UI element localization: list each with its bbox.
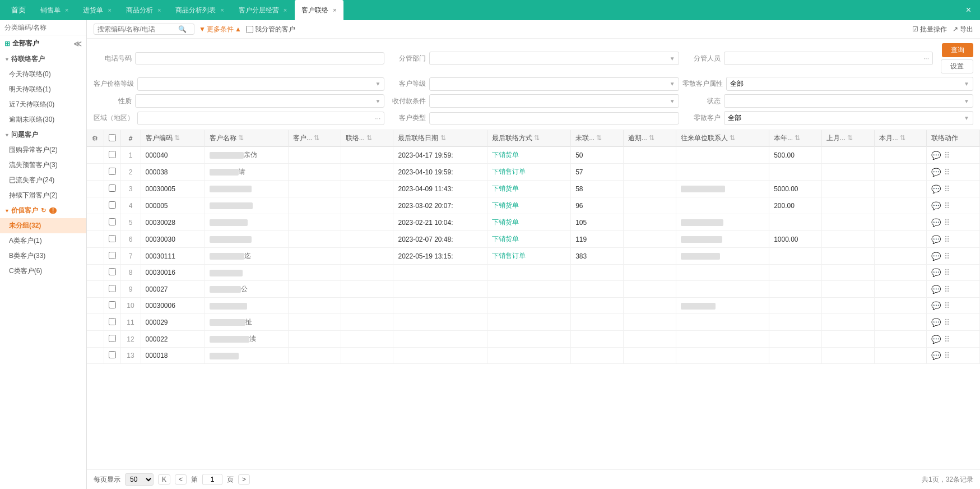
col-contact[interactable]: 联络... ⇅ (341, 130, 393, 147)
contact-icon[interactable]: 💬 (931, 218, 941, 227)
col-last-date[interactable]: 最后联络日期 ⇅ (393, 130, 487, 147)
col-last-method[interactable]: 最后联络方式 ⇅ (487, 130, 571, 147)
last-method-link[interactable]: 下销货单 (492, 201, 519, 209)
region-input[interactable]: ··· (137, 112, 384, 125)
more-icon[interactable]: ⠿ (944, 218, 950, 227)
sidebar-item-tomorrow[interactable]: 明天待联络(1) (0, 82, 86, 97)
row-checkbox[interactable] (109, 252, 116, 259)
sidebar-item-today[interactable]: 今天待联络(0) (0, 67, 86, 82)
row-checkbox[interactable] (109, 351, 116, 358)
sidebar-item-b-class[interactable]: B类客户(33) (0, 248, 86, 264)
contact-icon[interactable]: 💬 (931, 201, 941, 210)
close-customer-contact-icon[interactable]: × (333, 7, 336, 13)
sidebar-item-a-class[interactable]: A类客户(1) (0, 233, 86, 248)
close-product-list-icon[interactable]: × (220, 7, 224, 13)
sidebar-group-pending[interactable]: ▼ 待联络客户 (0, 52, 86, 67)
status-select[interactable]: ▼ (724, 94, 973, 108)
price-level-select[interactable]: ▼ (137, 77, 384, 91)
contact-icon[interactable]: 💬 (931, 318, 941, 327)
sidebar-all-customers[interactable]: ⊞ 全部客户 ≪ (0, 35, 86, 52)
last-method-link[interactable]: 下销货单 (492, 184, 519, 192)
cust-type-input[interactable] (429, 112, 679, 124)
col-this-year[interactable]: 本年... ⇅ (769, 130, 822, 147)
more-icon[interactable]: ⠿ (944, 285, 950, 294)
sidebar-item-churn-warning[interactable]: 流失预警客户(3) (0, 158, 86, 173)
row-checkbox[interactable] (109, 201, 116, 209)
last-method-link[interactable]: 下销货单 (492, 151, 519, 159)
nav-tab-product-analysis-list[interactable]: 商品分析列表 × (169, 0, 230, 20)
close-sales-icon[interactable]: × (65, 7, 68, 13)
row-checkbox[interactable] (109, 335, 116, 342)
more-icon[interactable]: ⠿ (944, 201, 950, 210)
prev-page-btn[interactable]: < (175, 474, 187, 485)
nav-tab-customer-tier[interactable]: 客户分层经营 × (232, 0, 294, 20)
more-icon[interactable]: ⠿ (944, 151, 950, 160)
more-icon[interactable]: ⠿ (944, 235, 950, 244)
last-method-link[interactable]: 下销货单 (492, 235, 519, 243)
row-checkbox[interactable] (109, 285, 116, 292)
sidebar-search-input[interactable] (4, 24, 87, 31)
sidebar-collapse-icon[interactable]: ≪ (73, 39, 82, 48)
sidebar-item-overdue[interactable]: 逾期未联络(30) (0, 112, 86, 127)
close-purchase-icon[interactable]: × (108, 7, 111, 13)
sidebar-item-c-class[interactable]: C类客户(6) (0, 264, 86, 279)
col-this-month[interactable]: 本月... ⇅ (874, 130, 927, 147)
col-name[interactable]: 客户名称 ⇅ (205, 130, 288, 147)
sidebar-item-churned[interactable]: 已流失客户(24) (0, 173, 86, 188)
page-input[interactable] (202, 474, 222, 485)
col-code[interactable]: 客户编码 ⇅ (141, 130, 205, 147)
contact-icon[interactable]: 💬 (931, 235, 941, 244)
row-checkbox[interactable] (109, 301, 116, 308)
sidebar-group-problem[interactable]: ▼ 问题客户 (0, 127, 86, 142)
more-conditions-btn[interactable]: ▼ 更多条件 ▲ (199, 25, 241, 34)
col-gear[interactable]: ⚙ (87, 130, 104, 147)
nav-tab-customer-contact[interactable]: 客户联络 × (295, 0, 343, 20)
select-all-checkbox[interactable] (109, 134, 116, 141)
nav-tab-product-analysis[interactable]: 商品分析 × (119, 0, 168, 20)
dept-select[interactable]: ▼ (429, 52, 679, 65)
batch-operate-btn[interactable]: ☑ 批量操作 (912, 25, 947, 34)
col-type[interactable]: 客户... ⇅ (289, 130, 341, 147)
my-customers-checkbox-label[interactable]: 我分管的客户 (246, 25, 295, 34)
sidebar-item-declining[interactable]: 持续下滑客户(2) (0, 188, 86, 203)
contact-icon[interactable]: 💬 (931, 151, 941, 160)
last-method-link[interactable]: 下销货单 (492, 218, 519, 226)
col-not-contact[interactable]: 未联... ⇅ (571, 130, 624, 147)
close-customer-tier-icon[interactable]: × (284, 7, 287, 13)
search-icon[interactable]: 🔍 (178, 25, 187, 33)
nature-select[interactable]: ▼ (135, 94, 384, 108)
contact-icon[interactable]: 💬 (931, 168, 941, 177)
phone-input[interactable] (135, 52, 384, 64)
reset-btn[interactable]: 设置 (941, 59, 973, 73)
more-icon[interactable]: ⠿ (944, 351, 950, 360)
my-customers-checkbox[interactable] (246, 26, 253, 33)
more-icon[interactable]: ⠿ (944, 301, 950, 310)
value-refresh-icon[interactable]: ↻ (41, 207, 46, 214)
col-partner[interactable]: 往来单位联系人 ⇅ (676, 130, 769, 147)
row-checkbox[interactable] (109, 151, 116, 158)
contact-icon[interactable]: 💬 (931, 285, 941, 294)
sidebar-item-ungrouped[interactable]: 未分组(32) (0, 218, 86, 233)
more-icon[interactable]: ⠿ (944, 168, 950, 177)
nav-tab-purchase[interactable]: 进货单 × (76, 0, 118, 20)
more-icon[interactable]: ⠿ (944, 335, 950, 344)
nav-home[interactable]: 首页 (4, 5, 32, 15)
page-size-select[interactable]: 50 100 (125, 473, 154, 486)
row-checkbox[interactable] (109, 184, 116, 192)
row-checkbox[interactable] (109, 268, 116, 275)
sidebar-item-7days[interactable]: 近7天待联络(0) (0, 97, 86, 112)
row-checkbox[interactable] (109, 235, 116, 242)
contact-icon[interactable]: 💬 (931, 252, 941, 261)
contact-icon[interactable]: 💬 (931, 351, 941, 360)
export-btn[interactable]: ↗ 导出 (953, 25, 973, 34)
contact-icon[interactable]: 💬 (931, 335, 941, 344)
contact-icon[interactable]: 💬 (931, 301, 941, 310)
cust-level-select[interactable]: ▼ (429, 77, 679, 91)
sidebar-group-value[interactable]: ▼ 价值客户 ↻ ! (0, 203, 86, 218)
row-checkbox[interactable] (109, 218, 116, 225)
payment-select[interactable]: ▼ (429, 94, 679, 108)
next-page-btn[interactable]: > (238, 474, 250, 485)
last-method-link[interactable]: 下销售订单 (492, 168, 526, 176)
sidebar-item-hoard-anomaly[interactable]: 囤购异常客户(2) (0, 142, 86, 158)
contact-icon[interactable]: 💬 (931, 268, 941, 277)
